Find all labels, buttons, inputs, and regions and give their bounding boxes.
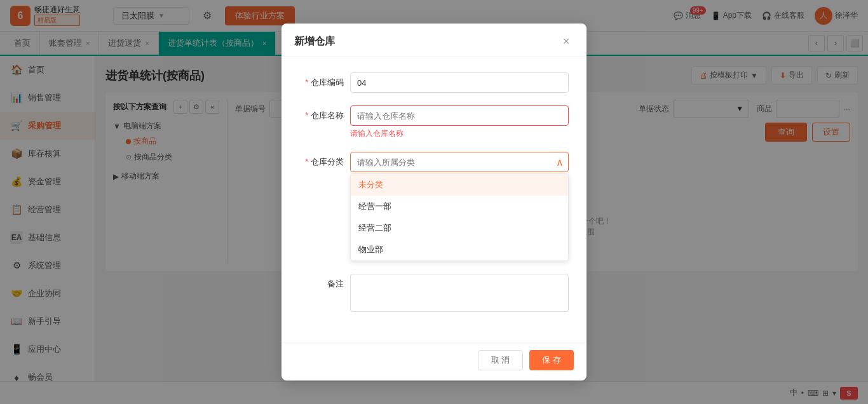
cancel-button[interactable]: 取 消 xyxy=(478,350,524,370)
required-star2: * xyxy=(305,111,308,120)
dropdown-item-dept3[interactable]: 物业部 xyxy=(351,239,568,260)
warehouse-name-error: 请输入仓库名称 xyxy=(350,128,569,139)
warehouse-category-label: * 仓库分类 xyxy=(299,152,350,172)
note-control xyxy=(350,274,569,314)
add-warehouse-dialog: 新增仓库 × * 仓库编码 * 仓库名称 请输入仓库名称 xyxy=(281,24,587,380)
form-item-note: 备注 xyxy=(299,274,569,314)
dialog-close-button[interactable]: × xyxy=(559,34,574,49)
save-button[interactable]: 保 存 xyxy=(529,350,574,370)
dialog-header: 新增仓库 × xyxy=(281,24,587,57)
category-arrow-icon[interactable]: ∧ xyxy=(556,156,564,168)
warehouse-name-input[interactable] xyxy=(350,105,569,126)
dialog-body: * 仓库编码 * 仓库名称 请输入仓库名称 * 仓库分类 xyxy=(281,57,587,342)
warehouse-name-control: 请输入仓库名称 xyxy=(350,105,569,139)
note-label: 备注 xyxy=(299,274,350,294)
warehouse-name-label: * 仓库名称 xyxy=(299,105,350,126)
dropdown-item-dept1[interactable]: 经营一部 xyxy=(351,196,568,217)
form-item-name: * 仓库名称 请输入仓库名称 xyxy=(299,105,569,139)
form-item-code: * 仓库编码 xyxy=(299,72,569,93)
dropdown-item-unclassified[interactable]: 未分类 xyxy=(351,174,568,196)
dialog-footer: 取 消 保 存 xyxy=(281,342,587,380)
dropdown-item-dept2[interactable]: 经营二部 xyxy=(351,217,568,239)
required-star: * xyxy=(305,77,308,87)
form-item-category: * 仓库分类 ∧ 未分类 经营一部 经营二部 物业部 xyxy=(299,152,569,261)
warehouse-code-control xyxy=(350,72,569,93)
warehouse-category-input[interactable] xyxy=(350,152,569,172)
note-textarea[interactable] xyxy=(350,274,569,312)
warehouse-code-label: * 仓库编码 xyxy=(299,72,350,93)
dialog-title: 新增仓库 xyxy=(294,35,335,48)
warehouse-code-input[interactable] xyxy=(350,72,569,93)
category-dropdown: 未分类 经营一部 经营二部 物业部 xyxy=(350,173,569,261)
category-input-wrap: ∧ xyxy=(350,152,569,172)
required-star3: * xyxy=(305,157,308,166)
warehouse-category-control: ∧ 未分类 经营一部 经营二部 物业部 xyxy=(350,152,569,261)
